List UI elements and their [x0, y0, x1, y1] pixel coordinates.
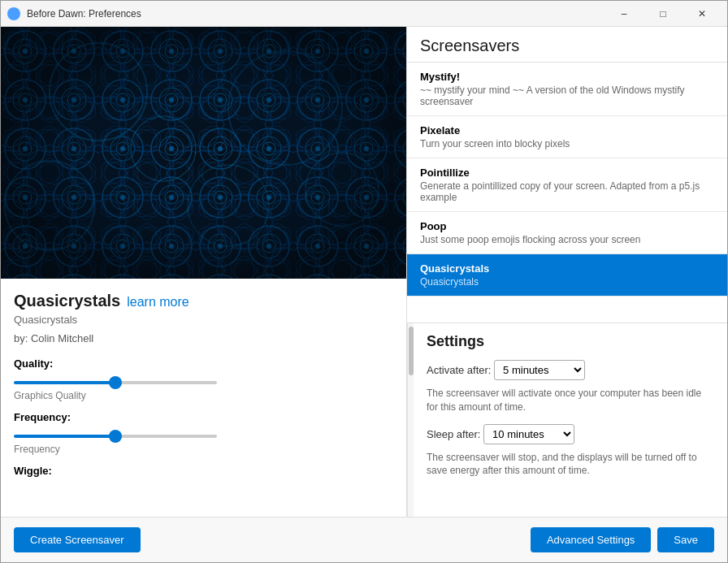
quality-slider-container: [14, 375, 393, 387]
frequency-slider-section: Frequency: Frequency: [14, 411, 393, 455]
frequency-slider[interactable]: [14, 435, 217, 438]
window-controls: – □ ✕: [605, 1, 721, 27]
screensaver-list: Mystify! ~~ mystify your mind ~~ A versi…: [407, 62, 727, 323]
screensavers-title: Screensavers: [407, 27, 727, 62]
settings-title: Settings: [427, 333, 714, 350]
maximize-button[interactable]: □: [644, 1, 682, 27]
learn-more-link[interactable]: learn more: [127, 295, 188, 310]
close-button[interactable]: ✕: [683, 1, 721, 27]
window: Before Dawn: Preferences – □ ✕: [0, 0, 728, 563]
left-panel: Quasicrystals learn more Quasicrystals b…: [1, 27, 407, 517]
title-bar: Before Dawn: Preferences – □ ✕: [1, 1, 727, 27]
quality-slider-section: Quality: Graphics Quality: [14, 357, 393, 401]
activate-row: Activate after: 1 minute 2 minutes 5 min…: [427, 360, 714, 380]
sleep-label: Sleep after:: [427, 428, 483, 440]
info-scroll-area: Quasicrystals learn more Quasicrystals b…: [1, 279, 406, 517]
item-name-pixelate: Pixelate: [420, 124, 714, 136]
advanced-settings-button[interactable]: Advanced Settings: [531, 527, 651, 552]
screensaver-title-row: Quasicrystals learn more: [14, 292, 393, 310]
frequency-slider-container: [14, 428, 393, 440]
bottom-right-buttons: Advanced Settings Save: [531, 527, 714, 552]
item-name-poop: Poop: [420, 220, 714, 232]
activate-select[interactable]: 1 minute 2 minutes 5 minutes 10 minutes …: [494, 360, 585, 380]
activate-hint: The screensaver will activate once your …: [427, 387, 714, 414]
screensaver-name: Quasicrystals: [14, 292, 120, 310]
screensavers-section: Screensavers Mystify! ~~ mystify your mi…: [407, 27, 727, 323]
preview-canvas: [1, 27, 406, 279]
svg-rect-20: [1, 27, 406, 279]
content-area: Quasicrystals learn more Quasicrystals b…: [1, 27, 727, 517]
preview-area: [1, 27, 406, 279]
sleep-select[interactable]: 5 minutes 10 minutes 15 minutes 20 minut…: [483, 424, 574, 444]
sleep-row: Sleep after: 5 minutes 10 minutes 15 min…: [427, 424, 714, 444]
frequency-label: Frequency:: [14, 411, 393, 423]
sleep-hint: The screensaver will stop, and the displ…: [427, 451, 714, 479]
wiggle-slider-section: Wiggle:: [14, 465, 393, 477]
screensaver-item-mystify[interactable]: Mystify! ~~ mystify your mind ~~ A versi…: [407, 63, 727, 116]
quality-hint: Graphics Quality: [14, 390, 393, 401]
screensaver-item-poop[interactable]: Poop Just some poop emojis flocking acro…: [407, 212, 727, 254]
save-button[interactable]: Save: [657, 527, 714, 552]
settings-section: Settings Activate after: 1 minute 2 minu…: [414, 323, 727, 517]
item-name-mystify: Mystify!: [420, 71, 714, 83]
screensaver-item-pixelate[interactable]: Pixelate Turn your screen into blocky pi…: [407, 116, 727, 158]
screensaver-author: by: Colin Mitchell: [14, 332, 393, 344]
settings-side-scrollbar[interactable]: [407, 323, 414, 517]
screensaver-subtitle: Quasicrystals: [14, 314, 393, 326]
item-name-quasicrystals: Quasicrystals: [420, 262, 714, 275]
screensaver-item-pointillize[interactable]: Pointillize Generate a pointillized copy…: [407, 158, 727, 212]
bottom-bar: Create Screensaver Advanced Settings Sav…: [1, 517, 727, 562]
item-desc-quasicrystals: Quasicrystals: [420, 276, 714, 288]
item-desc-poop: Just some poop emojis flocking across yo…: [420, 234, 714, 245]
info-content: Quasicrystals learn more Quasicrystals b…: [1, 279, 406, 517]
quality-slider[interactable]: [14, 381, 217, 384]
item-name-pointillize: Pointillize: [420, 167, 714, 179]
app-icon: [7, 7, 20, 20]
item-desc-pointillize: Generate a pointillized copy of your scr…: [420, 180, 714, 203]
screensaver-item-quasicrystals[interactable]: Quasicrystals Quasicrystals: [407, 254, 727, 297]
wiggle-label: Wiggle:: [14, 465, 393, 477]
minimize-button[interactable]: –: [605, 1, 643, 27]
activate-label: Activate after:: [427, 364, 494, 376]
right-panel: Screensavers Mystify! ~~ mystify your mi…: [407, 27, 727, 517]
settings-with-scroll: Settings Activate after: 1 minute 2 minu…: [407, 323, 727, 517]
frequency-hint: Frequency: [14, 444, 393, 455]
window-title: Before Dawn: Preferences: [27, 8, 605, 19]
item-desc-pixelate: Turn your screen into blocky pixels: [420, 138, 714, 149]
quality-label: Quality:: [14, 357, 393, 370]
scroll-thumb: [409, 327, 414, 375]
create-screensaver-button[interactable]: Create Screensaver: [14, 527, 141, 552]
item-desc-mystify: ~~ mystify your mind ~~ A version of the…: [420, 84, 714, 107]
